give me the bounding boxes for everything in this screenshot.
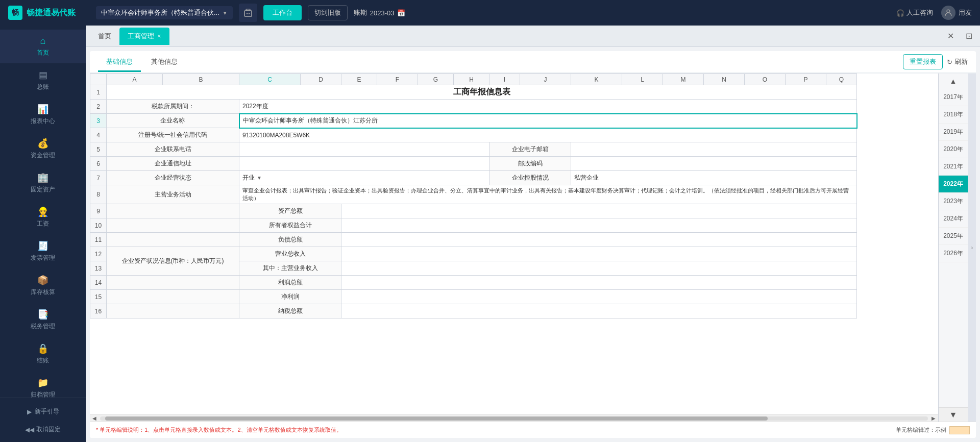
row-num-15: 15 <box>90 290 107 304</box>
sidebar-item-inventory[interactable]: 📦 库存核算 <box>0 268 86 303</box>
postal-value[interactable] <box>571 157 857 171</box>
year-item-2024[interactable]: 2024年 <box>939 210 968 228</box>
liability-value[interactable] <box>341 233 857 247</box>
col-header-N[interactable]: N <box>704 74 745 85</box>
sidebar-item-close[interactable]: 🔒 结账 <box>0 337 86 371</box>
sub-tab-basic[interactable]: 基础信息 <box>98 53 141 72</box>
year-item-2025[interactable]: 2025年 <box>939 228 968 245</box>
right-collapse-arrow[interactable]: › <box>968 73 976 422</box>
sidebar-item-report[interactable]: 📊 报表中心 <box>0 97 86 132</box>
equity-label <box>107 218 239 233</box>
sidebar-item-invoice[interactable]: 🧾 发票管理 <box>0 234 86 268</box>
col-header-L[interactable]: L <box>622 74 663 85</box>
company-selector[interactable]: 中审众环会计师事务所（特殊普通合伙... ▼ <box>96 6 233 19</box>
horizontal-scrollbar[interactable]: ◀ ▶ <box>90 414 938 422</box>
col-header-G[interactable]: G <box>418 74 454 85</box>
col-header-O[interactable]: O <box>745 74 786 85</box>
address-label: 企业通信地址 <box>107 157 239 171</box>
sidebar-item-finance[interactable]: 💰 资金管理 <box>0 132 86 166</box>
col-header-P[interactable]: P <box>786 74 826 85</box>
edit-label: 单元格编辑过：示例 <box>896 426 946 434</box>
status-value[interactable]: 开业 ▼ <box>239 171 489 185</box>
scroll-thumb[interactable] <box>105 416 768 421</box>
reset-report-button[interactable]: 重置报表 <box>903 54 943 69</box>
email-value[interactable] <box>571 142 857 157</box>
company-name-value[interactable]: 中审众环会计师事务所（特殊普通合伙）江苏分所 <box>239 114 857 128</box>
phone-value[interactable] <box>239 142 489 157</box>
sheet-container[interactable]: A B C D E F G H I J <box>90 73 938 414</box>
col-header-B[interactable]: B <box>163 74 239 85</box>
col-header-J[interactable]: J <box>520 74 571 85</box>
col-header-F[interactable]: F <box>377 74 418 85</box>
col-header-D[interactable]: D <box>301 74 341 85</box>
maximize-button[interactable]: ⊡ <box>962 29 976 43</box>
close-window-button[interactable]: ✕ <box>943 29 958 43</box>
year-item-2022[interactable]: 2022年 <box>939 176 968 193</box>
support-button[interactable]: 🎧 人工咨询 <box>896 8 933 17</box>
scroll-track[interactable] <box>100 416 928 421</box>
col-header-M[interactable]: M <box>663 74 704 85</box>
year-item-2023[interactable]: 2023年 <box>939 193 968 210</box>
sidebar-item-ledger[interactable]: ▤ 总账 <box>0 63 86 97</box>
col-header-H[interactable]: H <box>454 74 489 85</box>
equity-value[interactable] <box>341 218 857 233</box>
year-panel-collapse[interactable]: ▲ <box>939 73 968 89</box>
year-item-2018[interactable]: 2018年 <box>939 106 968 124</box>
year-down-btn[interactable]: ▼ <box>939 407 968 422</box>
profit-value[interactable] <box>341 276 857 290</box>
workbench-button[interactable]: 工作台 <box>263 5 302 20</box>
tab-home[interactable]: 首页 <box>90 28 119 45</box>
col-header-I[interactable]: I <box>489 74 520 85</box>
col-header-Q[interactable]: Q <box>826 74 857 85</box>
sidebar-item-payroll[interactable]: 👷 工资 <box>0 200 86 234</box>
total-assets-value[interactable] <box>341 204 857 218</box>
period-row-value[interactable]: 2022年度 <box>239 100 857 114</box>
year-item-2019[interactable]: 2019年 <box>939 124 968 141</box>
main-revenue-value[interactable] <box>341 261 857 276</box>
refresh-button[interactable]: ↻ 刷新 <box>947 54 968 69</box>
year-item-2020[interactable]: 2020年 <box>939 141 968 158</box>
scroll-right-btn[interactable]: ▶ <box>930 415 937 422</box>
tax-total-value[interactable] <box>341 304 857 318</box>
year-panel: ▲ 2017年 2018年 2019年 2020年 2021年 2022年 20… <box>938 73 968 422</box>
main-biz-value[interactable]: 审查企业会计报表；出具审计报告；验证企业资本；出具验资报告；办理企业合并、分立、… <box>239 185 857 204</box>
new-user-guide[interactable]: ▶ 新手引导 <box>0 402 86 421</box>
sidebar-item-label: 结账 <box>37 356 49 365</box>
row-num-6: 6 <box>90 157 107 171</box>
address-value[interactable] <box>239 157 489 171</box>
avatar <box>941 6 955 20</box>
sheet-wrapper: A B C D E F G H I J <box>90 73 976 422</box>
col-header-E[interactable]: E <box>341 74 377 85</box>
sidebar-item-home[interactable]: ⌂ 首页 <box>0 30 86 63</box>
net-profit-label <box>107 290 239 304</box>
user-menu[interactable]: 用友 <box>941 6 972 20</box>
sidebar-item-assets[interactable]: 🏢 固定资产 <box>0 166 86 200</box>
switch-version-button[interactable]: 切到旧版 <box>308 5 348 20</box>
reg-code-value[interactable]: 91320100MA208E5W6K <box>239 128 857 142</box>
scroll-left-btn[interactable]: ◀ <box>91 415 98 422</box>
row-num-7: 7 <box>90 171 107 185</box>
net-profit-value[interactable] <box>341 290 857 304</box>
postal-label: 邮政编码 <box>489 157 571 171</box>
pin-icon: ◀◀ <box>25 426 34 433</box>
tab-close-icon[interactable]: × <box>157 32 161 40</box>
col-header-K[interactable]: K <box>571 74 622 85</box>
col-header-C[interactable]: C <box>239 74 301 85</box>
tab-bar: 首页 工商管理 × ✕ ⊡ <box>86 26 980 47</box>
col-header-A[interactable]: A <box>107 74 163 85</box>
revenue-total-value[interactable] <box>341 247 857 261</box>
year-item-2026[interactable]: 2026年 <box>939 245 968 262</box>
sub-tab-other[interactable]: 其他信息 <box>143 53 186 72</box>
sidebar-item-archive[interactable]: 📁 归档管理 <box>0 371 86 398</box>
reg-code-label: 注册号/统一社会信用代码 <box>107 128 239 142</box>
table-row: 11 负债总额 <box>90 233 857 247</box>
tab-gongshang[interactable]: 工商管理 × <box>119 28 169 45</box>
company-icon-btn[interactable] <box>239 4 257 22</box>
year-item-2021[interactable]: 2021年 <box>939 158 968 176</box>
ownership-value[interactable]: 私营企业 <box>571 171 857 185</box>
unpin-button[interactable]: ◀◀ 取消固定 <box>0 421 86 438</box>
year-item-2017[interactable]: 2017年 <box>939 89 968 106</box>
sidebar-item-tax[interactable]: 📑 税务管理 <box>0 303 86 337</box>
calendar-icon[interactable]: 📅 <box>397 9 405 17</box>
sidebar-item-label: 库存核算 <box>31 288 55 297</box>
